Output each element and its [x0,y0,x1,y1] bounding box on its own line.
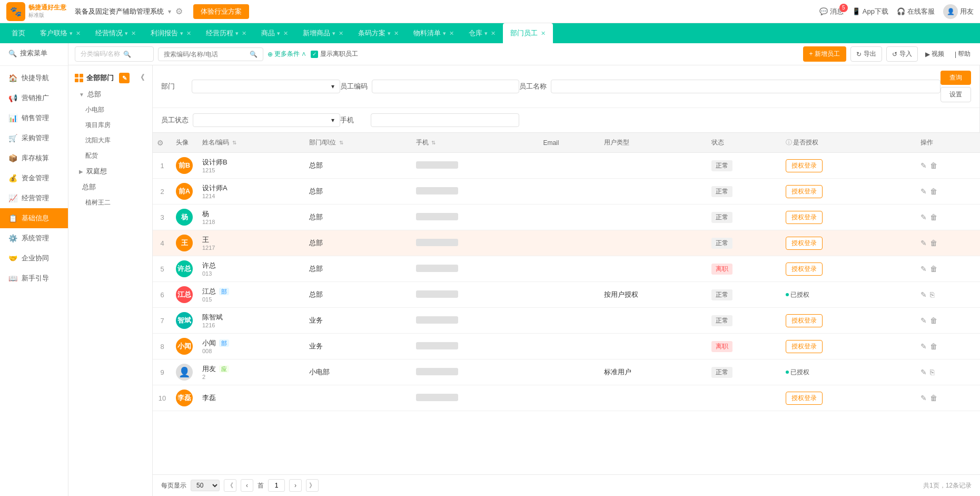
dept-sub-xiangmu[interactable]: 项目库房 [68,118,152,133]
tab-department[interactable]: 部门员工 ✕ [503,23,553,43]
tab-warehouse[interactable]: 仓库 ▾✕ [461,23,503,43]
copy-icon[interactable]: ⎘ [930,290,934,299]
edit-icon[interactable]: ✎ [920,239,927,247]
edit-icon[interactable]: ✎ [920,368,927,376]
auth-login-button[interactable]: 授权登录 [786,185,823,198]
search-button[interactable]: 查询 [941,71,971,85]
tab-bom[interactable]: 物料清单 ▾✕ [406,23,461,43]
delete-icon[interactable]: 🗑 [930,342,937,351]
sort-icon[interactable]: ⇅ [232,140,236,145]
auth-login-button[interactable]: 授权登录 [786,340,823,353]
close-icon[interactable]: ✕ [186,30,191,37]
show-resigned-toggle[interactable]: ✓ 显示离职员工 [311,50,358,59]
dept-select[interactable]: ▾ [192,80,340,93]
tab-barcode[interactable]: 条码方案 ▾✕ [351,23,406,43]
gear-icon[interactable]: ⚙ [157,139,164,147]
edit-icon[interactable]: ✎ [920,161,927,170]
sort-icon[interactable]: ⇅ [339,140,343,145]
edit-icon[interactable]: ✎ [920,290,927,299]
emp-name-input[interactable] [551,80,941,93]
page-number-input[interactable] [268,479,285,492]
tab-add-goods[interactable]: 新增商品 ▾✕ [295,23,351,43]
last-page-button[interactable]: 》 [306,479,319,492]
close-icon[interactable]: ✕ [76,30,81,37]
import-button[interactable]: ↺ 导入 [886,46,918,62]
dropdown-arrow-icon[interactable]: ▾ [168,8,171,15]
delete-icon[interactable]: 🗑 [930,394,937,402]
close-icon[interactable]: ✕ [449,30,454,37]
dept-sub-xiaodian[interactable]: 小电部 [68,102,152,118]
delete-icon[interactable]: 🗑 [930,187,937,196]
tab-goods[interactable]: 商品 ▾✕ [254,23,295,43]
dept-edit-button[interactable]: ✎ [119,73,130,83]
category-filter[interactable]: 分类编码/名称 🔍 [75,46,154,62]
delete-icon[interactable]: 🗑 [930,265,937,273]
auth-login-button[interactable]: 授权登录 [786,237,823,250]
sidebar-item-finance[interactable]: 💰资金管理 [0,168,68,188]
close-icon[interactable]: ✕ [394,30,399,37]
next-page-button[interactable]: › [289,479,302,492]
more-filter-btn[interactable]: ⊕ 更多条件 ∧ [268,50,306,59]
tab-operation[interactable]: 经营情况 ▾✕ [88,23,143,43]
close-icon[interactable]: ✕ [541,30,546,37]
edit-icon[interactable]: ✎ [920,213,927,221]
sidebar-item-inventory[interactable]: 📦库存核算 [0,148,68,168]
export-button[interactable]: ↻ 导出 [850,46,882,62]
sidebar-item-operation[interactable]: 📈经营管理 [0,188,68,208]
tab-history[interactable]: 经营历程 ▾✕ [199,23,254,43]
dept-item-zongbu[interactable]: ▼总部 [68,86,152,102]
tab-profit[interactable]: 利润报告 ▾✕ [143,23,199,43]
copy-icon[interactable]: ⎘ [930,368,934,376]
sidebar-item-system[interactable]: ⚙️系统管理 [0,228,68,248]
auth-login-button[interactable]: 授权登录 [786,314,823,327]
sidebar-item-collab[interactable]: 🤝企业协同 [0,248,68,268]
edit-icon[interactable]: ✎ [920,316,927,325]
sidebar-item-guide[interactable]: 📖新手引导 [0,268,68,288]
view-button[interactable]: ▶ 视频 [922,47,947,61]
auth-login-button[interactable]: 授权登录 [786,262,823,276]
dept-item-zongbu2[interactable]: 总部 [68,179,152,195]
auth-login-button[interactable]: 授权登录 [786,211,823,224]
edit-icon[interactable]: ✎ [920,265,927,273]
message-button[interactable]: 💬 消息 5 [819,7,844,16]
dept-collapse-button[interactable]: 《 [135,73,146,83]
emp-code-input[interactable] [372,80,519,93]
phone-input[interactable] [371,113,519,127]
search-input[interactable] [164,51,246,58]
user-menu[interactable]: 👤 用友 [943,4,974,19]
dept-sub-shenyang[interactable]: 沈阳大库 [68,133,152,148]
emp-status-select[interactable]: ▾ [193,113,340,127]
online-service-button[interactable]: 🎧 在线客服 [897,7,935,16]
sidebar-item-search[interactable]: 🔍 搜索菜单 [0,43,68,63]
prev-page-button[interactable]: ‹ [241,479,253,492]
edit-icon[interactable]: ✎ [920,394,927,402]
delete-icon[interactable]: 🗑 [930,161,937,170]
close-icon[interactable]: ✕ [283,30,288,37]
auth-login-button[interactable]: 授权登录 [786,159,823,172]
add-employee-button[interactable]: + 新增员工 [803,46,846,62]
search-submit-icon[interactable]: 🔍 [250,51,258,58]
delete-icon[interactable]: 🗑 [930,213,937,221]
first-page-button[interactable]: 《 [224,479,236,492]
close-icon[interactable]: ✕ [242,30,246,37]
sidebar-item-basic[interactable]: 📋基础信息 [0,208,68,228]
dept-sub-peihuo[interactable]: 配货 [68,148,152,163]
page-size-select[interactable]: 50 100 [191,480,220,491]
edit-icon[interactable]: ✎ [920,187,927,196]
sidebar-item-home[interactable]: 🏠快捷导航 [0,68,68,88]
dept-sub-zhishu[interactable]: 植树王二 [68,195,152,210]
help-button[interactable]: | 帮助 [952,47,974,61]
tab-customer[interactable]: 客户联络 ▾✕ [33,23,88,43]
sidebar-item-purchase[interactable]: 🛒采购管理 [0,128,68,148]
auth-login-button[interactable]: 授权登录 [786,392,823,405]
close-icon[interactable]: ✕ [491,30,496,37]
close-icon[interactable]: ✕ [339,30,343,37]
close-icon[interactable]: ✕ [131,30,136,37]
sidebar-item-sales[interactable]: 📊销售管理 [0,108,68,128]
delete-icon[interactable]: 🗑 [930,316,937,325]
gear-icon[interactable]: ⚙ [175,6,183,16]
set-button[interactable]: 设置 [941,87,971,102]
tab-home[interactable]: 首页 [4,23,33,43]
app-download-button[interactable]: 📱 App下载 [852,7,888,16]
edit-icon[interactable]: ✎ [920,342,927,351]
